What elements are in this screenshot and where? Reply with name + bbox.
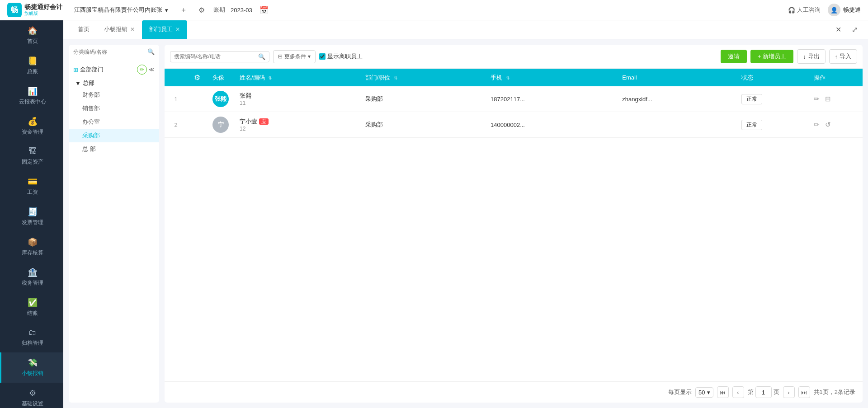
dept-caiwu[interactable]: 财务部 <box>69 88 159 102</box>
export-button[interactable]: ↓ 导出 <box>797 49 826 64</box>
export-label: 导出 <box>808 52 820 61</box>
sidebar-item-expense[interactable]: 💸 小畅报销 <box>0 352 63 383</box>
settings-button[interactable]: ⚙ <box>195 4 208 16</box>
user-area[interactable]: 👤 畅捷通 <box>828 4 861 16</box>
dept-zongbu-sub[interactable]: 总 部 <box>69 142 159 156</box>
page-size-select[interactable]: 50 ▾ <box>695 387 713 398</box>
import-button[interactable]: ↑ 导入 <box>829 49 858 64</box>
tab-dept[interactable]: 部门员工 ✕ <box>142 20 187 39</box>
archive-icon: 🗂 <box>28 328 37 338</box>
sidebar-item-salary[interactable]: 💳 工资 <box>0 171 63 202</box>
reports-icon: 📊 <box>28 86 38 96</box>
col-phone[interactable]: 手机 ⇅ <box>485 69 617 86</box>
dept-edit-button[interactable]: ✏ <box>137 65 147 75</box>
tab-dept-label: 部门员工 <box>149 25 173 33</box>
sidebar-item-reports[interactable]: 📊 云报表中心 <box>0 81 63 111</box>
company-selector[interactable]: 江西服宝精品有限责任公司内账张 ▾ <box>71 4 172 16</box>
sidebar-item-settings[interactable]: ⚙ 基础设置 <box>0 383 63 408</box>
tab-expense-close[interactable]: ✕ <box>130 26 135 33</box>
avatar: 宁 <box>212 117 229 133</box>
dept-grid-icon: ⊞ <box>73 66 78 73</box>
dept-collapse-button[interactable]: ≪ <box>149 66 155 73</box>
more-icon[interactable]: ⊟ <box>825 95 831 103</box>
sidebar-item-assets[interactable]: 🏗 固定资产 <box>0 141 63 171</box>
tab-expand-button[interactable]: ⤢ <box>848 23 861 36</box>
table-row: 2 宁 宁小壹应 12 采购部 140000002... 正常 ✏ ↺ <box>165 112 863 138</box>
import-icon: ↑ <box>835 53 838 60</box>
more-icon[interactable]: ↺ <box>825 121 831 129</box>
sidebar-item-ledger[interactable]: 📒 总账 <box>0 51 63 81</box>
dept-all-button[interactable]: ⊞ 全部部门 ✏ ≪ <box>69 62 159 77</box>
filter-icon: ⊟ <box>278 53 283 60</box>
sidebar-item-home[interactable]: 🏠 首页 <box>0 20 63 51</box>
sidebar-item-inventory[interactable]: 📦 库存核算 <box>0 232 63 262</box>
dept-group-zongbu[interactable]: ▼ 总部 <box>69 77 159 88</box>
dept-search-icon[interactable]: 🔍 <box>147 48 155 55</box>
col-name[interactable]: 姓名/编码 ⇅ <box>234 69 360 86</box>
sort-name-icon: ⇅ <box>268 75 272 80</box>
sidebar-label-tax: 税务管理 <box>22 279 43 287</box>
edit-icon[interactable]: ✏ <box>814 121 820 129</box>
tab-dept-close[interactable]: ✕ <box>175 26 180 33</box>
dept-search-input[interactable] <box>73 49 145 55</box>
sidebar-label-settings: 基础设置 <box>22 400 43 408</box>
page-total: 共1页，2条记录 <box>814 388 855 396</box>
tab-expense[interactable]: 小畅报销 ✕ <box>97 20 142 39</box>
table-header-row: ⚙ 头像 姓名/编码 ⇅ 部门/职位 ⇅ 手机 ⇅ <box>165 69 863 86</box>
column-config-button[interactable]: ⚙ <box>194 73 200 82</box>
employee-search-icon[interactable]: 🔍 <box>258 53 265 60</box>
show-resigned-label[interactable]: 显示离职员工 <box>319 52 363 61</box>
top-center: ＋ ⚙ 账期 2023-03 📅 <box>177 4 270 16</box>
dropdown-icon: ▾ <box>165 7 168 14</box>
status-badge: 正常 <box>741 120 762 130</box>
assets-icon: 🏗 <box>28 147 37 156</box>
service-button[interactable]: 🎧 人工咨询 <box>788 6 821 14</box>
employee-search-input[interactable] <box>174 53 255 60</box>
dept-tree: ⊞ 全部部门 ✏ ≪ ▼ 总部 财务部 销 <box>69 59 159 403</box>
col-gear[interactable]: ⚙ <box>187 69 207 86</box>
dept-panel: 🔍 ⊞ 全部部门 ✏ ≪ ▼ 总部 财 <box>69 45 159 403</box>
sidebar-label-salary: 工资 <box>27 188 38 196</box>
tab-home[interactable]: 首页 <box>71 20 97 39</box>
cell-avatar: 宁 <box>207 112 234 138</box>
sidebar-item-archive[interactable]: 🗂 归档管理 <box>0 323 63 352</box>
tab-close-all-button[interactable]: ✕ <box>832 23 844 36</box>
invite-button[interactable]: 邀请 <box>721 50 747 63</box>
sidebar-item-checkout[interactable]: ✅ 结账 <box>0 292 63 323</box>
page-number-input[interactable] <box>755 386 772 398</box>
tab-home-label: 首页 <box>78 25 90 33</box>
next-page-button[interactable]: › <box>783 386 795 398</box>
cell-status: 正常 <box>736 112 808 138</box>
tab-bar-actions: ✕ ⤢ <box>832 20 861 39</box>
edit-icon[interactable]: ✏ <box>814 95 820 103</box>
page-size-value: 50 <box>698 389 705 396</box>
expense-icon: 💸 <box>28 358 38 368</box>
sidebar-item-funds[interactable]: 💰 资金管理 <box>0 111 63 141</box>
dept-xiaoshou[interactable]: 销售部 <box>69 102 159 115</box>
prev-page-button[interactable]: ‹ <box>732 386 744 398</box>
sidebar: 🏠 首页 📒 总账 📊 云报表中心 💰 资金管理 🏗 固定资产 💳 工资 🧾 发… <box>0 20 63 408</box>
col-no <box>165 69 187 86</box>
first-page-button[interactable]: ⏮ <box>717 386 729 398</box>
cell-avatar: 张熙 <box>207 86 234 112</box>
add-button[interactable]: ＋ <box>177 4 190 16</box>
show-resigned-checkbox[interactable] <box>319 53 326 60</box>
col-dept[interactable]: 部门/职位 ⇅ <box>360 69 486 86</box>
sidebar-item-invoice[interactable]: 🧾 发票管理 <box>0 202 63 232</box>
page-body: 🔍 ⊞ 全部部门 ✏ ≪ ▼ 总部 财 <box>63 39 868 408</box>
dept-bangongshi[interactable]: 办公室 <box>69 115 159 129</box>
export-icon: ↓ <box>803 53 806 60</box>
calendar-button[interactable]: 📅 <box>258 4 270 16</box>
cell-no: 2 <box>165 112 187 138</box>
cell-action: ✏ ⊟ <box>808 86 863 112</box>
dept-caigou[interactable]: 采购部 <box>69 129 159 142</box>
tax-icon: 🏦 <box>28 267 38 277</box>
cell-gear <box>187 86 207 112</box>
cell-email <box>617 112 736 138</box>
sidebar-item-tax[interactable]: 🏦 税务管理 <box>0 262 63 292</box>
last-page-button[interactable]: ⏭ <box>798 386 810 398</box>
more-filter-button[interactable]: ⊟ 更多条件 ▾ <box>273 50 316 63</box>
content-area: 首页 小畅报销 ✕ 部门员工 ✕ ✕ ⤢ 🔍 <box>63 20 868 408</box>
page-unit: 页 <box>774 388 779 396</box>
add-employee-button[interactable]: + 新增员工 <box>750 50 793 63</box>
